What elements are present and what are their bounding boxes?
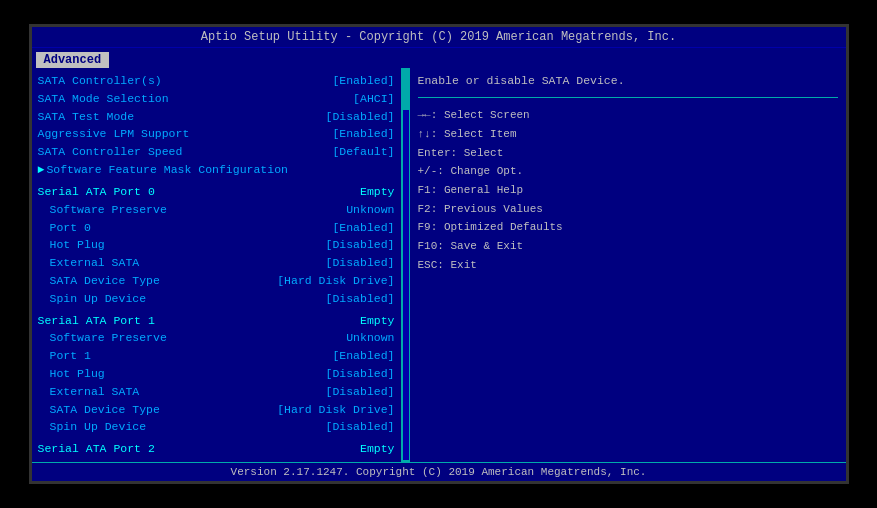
menu-item-label: External SATA bbox=[38, 254, 140, 272]
help-text: Enable or disable SATA Device. bbox=[418, 72, 838, 98]
left-panel: SATA Controller(s)[Enabled]SATA Mode Sel… bbox=[32, 68, 402, 462]
menu-item[interactable]: External SATA[Disabled] bbox=[38, 383, 395, 401]
menu-item-label: SATA Device Type bbox=[38, 272, 160, 290]
shortcut-item: F9: Optimized Defaults bbox=[418, 218, 838, 237]
menu-item-label: Spin Up Device bbox=[38, 418, 147, 436]
menu-item-label: Serial ATA Port 1 bbox=[38, 312, 155, 330]
tab-bar: Advanced bbox=[32, 48, 846, 68]
menu-item-label: Software Preserve bbox=[38, 201, 167, 219]
menu-item-label: Hot Plug bbox=[38, 365, 105, 383]
menu-item-label: Port 0 bbox=[38, 219, 91, 237]
menu-item-label: SATA Device Type bbox=[38, 401, 160, 419]
menu-item-value: [Enabled] bbox=[332, 347, 394, 365]
menu-item[interactable]: SATA Test Mode[Disabled] bbox=[38, 108, 395, 126]
menu-item-value: [Enabled] bbox=[332, 72, 394, 90]
menu-item-label: Spin Up Device bbox=[38, 290, 147, 308]
menu-item[interactable]: External SATA[Disabled] bbox=[38, 254, 395, 272]
arrow-icon: ► bbox=[38, 161, 45, 179]
menu-item[interactable]: SATA Device Type[Hard Disk Drive] bbox=[38, 272, 395, 290]
menu-item-label: Serial ATA Port 0 bbox=[38, 183, 155, 201]
menu-item-value: [Enabled] bbox=[332, 125, 394, 143]
shortcuts-list: →←: Select Screen↑↓: Select ItemEnter: S… bbox=[418, 106, 838, 274]
footer: Version 2.17.1247. Copyright (C) 2019 Am… bbox=[32, 462, 846, 481]
menu-item-value: [Enabled] bbox=[332, 219, 394, 237]
shortcut-item: F10: Save & Exit bbox=[418, 237, 838, 256]
shortcut-item: +/-: Change Opt. bbox=[418, 162, 838, 181]
right-panel: Enable or disable SATA Device. →←: Selec… bbox=[410, 68, 846, 462]
menu-arrow-item[interactable]: ►Software Feature Mask Configuration bbox=[38, 161, 395, 179]
menu-item-value: [Disabled] bbox=[325, 236, 394, 254]
scrollbar[interactable] bbox=[402, 68, 410, 462]
menu-item[interactable]: SATA Controller(s)[Enabled] bbox=[38, 72, 395, 90]
menu-item-value: [Disabled] bbox=[325, 365, 394, 383]
menu-item-value: [Disabled] bbox=[325, 383, 394, 401]
menu-item-value: [Disabled] bbox=[325, 290, 394, 308]
menu-item-value: Empty bbox=[360, 440, 395, 458]
menu-item-value: [Disabled] bbox=[325, 108, 394, 126]
menu-item-label: Hot Plug bbox=[38, 236, 105, 254]
menu-item-label: Aggressive LPM Support bbox=[38, 125, 190, 143]
menu-item-label: External SATA bbox=[38, 383, 140, 401]
menu-item[interactable]: Aggressive LPM Support[Enabled] bbox=[38, 125, 395, 143]
menu-item-label: SATA Controller(s) bbox=[38, 72, 162, 90]
menu-item[interactable]: Software PreserveUnknown bbox=[38, 201, 395, 219]
menu-item[interactable]: Spin Up Device[Disabled] bbox=[38, 418, 395, 436]
menu-item[interactable]: Port 0[Enabled] bbox=[38, 219, 395, 237]
shortcut-item: ESC: Exit bbox=[418, 256, 838, 275]
scrollbar-thumb[interactable] bbox=[403, 70, 409, 110]
menu-item-value: Unknown bbox=[346, 201, 394, 219]
menu-item-value: [AHCI] bbox=[353, 90, 394, 108]
title-text: Aptio Setup Utility - Copyright (C) 2019… bbox=[201, 30, 676, 44]
menu-item-value: Empty bbox=[360, 183, 395, 201]
shortcut-item: F2: Previous Values bbox=[418, 200, 838, 219]
menu-item-label: SATA Controller Speed bbox=[38, 143, 183, 161]
menu-item-label: SATA Test Mode bbox=[38, 108, 135, 126]
menu-item: Serial ATA Port 2Empty bbox=[38, 440, 395, 458]
menu-item[interactable]: SATA Device Type[Hard Disk Drive] bbox=[38, 401, 395, 419]
menu-item[interactable]: SATA Controller Speed[Default] bbox=[38, 143, 395, 161]
shortcut-item: ↑↓: Select Item bbox=[418, 125, 838, 144]
menu-item[interactable]: Port 1[Enabled] bbox=[38, 347, 395, 365]
scrollbar-track[interactable] bbox=[403, 70, 409, 460]
menu-item-value: Unknown bbox=[346, 329, 394, 347]
menu-item-label: Serial ATA Port 2 bbox=[38, 440, 155, 458]
menu-item-value: [Disabled] bbox=[325, 254, 394, 272]
menu-item[interactable]: Hot Plug[Disabled] bbox=[38, 236, 395, 254]
menu-item: Serial ATA Port 1Empty bbox=[38, 312, 395, 330]
footer-text: Version 2.17.1247. Copyright (C) 2019 Am… bbox=[231, 466, 647, 478]
main-area: SATA Controller(s)[Enabled]SATA Mode Sel… bbox=[32, 68, 846, 462]
menu-item-label: SATA Mode Selection bbox=[38, 90, 169, 108]
menu-item-value: [Disabled] bbox=[325, 418, 394, 436]
title-bar: Aptio Setup Utility - Copyright (C) 2019… bbox=[32, 27, 846, 48]
menu-item[interactable]: Software PreserveUnknown bbox=[38, 329, 395, 347]
menu-item[interactable]: Hot Plug[Disabled] bbox=[38, 365, 395, 383]
shortcut-item: Enter: Select bbox=[418, 144, 838, 163]
menu-item: Serial ATA Port 0Empty bbox=[38, 183, 395, 201]
bios-screen: Aptio Setup Utility - Copyright (C) 2019… bbox=[29, 24, 849, 484]
menu-item-label: Port 1 bbox=[38, 347, 91, 365]
menu-item[interactable]: Spin Up Device[Disabled] bbox=[38, 290, 395, 308]
menu-item-value: [Default] bbox=[332, 143, 394, 161]
menu-item[interactable]: SATA Mode Selection[AHCI] bbox=[38, 90, 395, 108]
menu-item-value: [Hard Disk Drive] bbox=[277, 272, 394, 290]
shortcut-item: F1: General Help bbox=[418, 181, 838, 200]
menu-item-label: Software Feature Mask Configuration bbox=[46, 161, 288, 179]
tab-advanced[interactable]: Advanced bbox=[36, 52, 110, 68]
menu-item-label: Software Preserve bbox=[38, 329, 167, 347]
menu-item-value: [Hard Disk Drive] bbox=[277, 401, 394, 419]
shortcut-item: →←: Select Screen bbox=[418, 106, 838, 125]
menu-item-value: Empty bbox=[360, 312, 395, 330]
